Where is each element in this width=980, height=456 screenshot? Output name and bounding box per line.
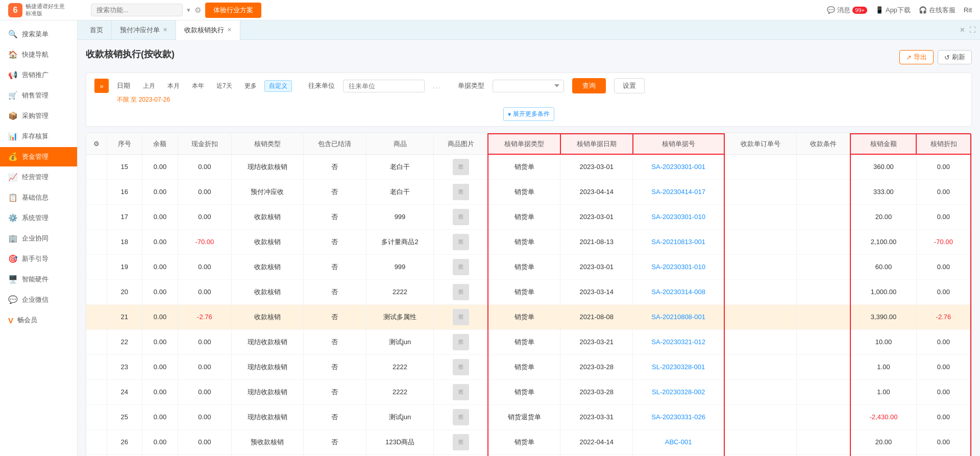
app-download[interactable]: 📱 App下载 xyxy=(875,6,911,15)
expand-more-btn[interactable]: ▾ 展开更多条件 xyxy=(503,107,554,121)
cell-balance: 0.00 xyxy=(142,204,178,229)
cell-bill-no[interactable]: ABC-001 xyxy=(633,429,724,454)
bill-no-link[interactable]: SA-20230321-012 xyxy=(651,338,705,346)
sidebar-item-operation[interactable]: 📈 经营管理 xyxy=(0,167,77,187)
sidebar-item-marketing[interactable]: 📢 营销推广 xyxy=(0,65,77,85)
partner-input[interactable] xyxy=(343,80,425,92)
filter-btn-custom[interactable]: 自定义 xyxy=(264,80,292,92)
sidebar-item-purchase[interactable]: 📦 采购管理 xyxy=(0,106,77,126)
sidebar-item-enterprise[interactable]: 🏢 企业协同 xyxy=(0,229,77,248)
sidebar-item-basic[interactable]: 📋 基础信息 xyxy=(0,188,77,207)
filter-btn-this-year[interactable]: 本年 xyxy=(187,80,209,92)
cell-cancel-amount: 1.00 xyxy=(850,379,916,404)
cell-seq: 17 xyxy=(107,204,142,229)
export-button[interactable]: ↗ 导出 xyxy=(899,50,934,64)
query-button[interactable]: 查询 xyxy=(572,78,606,93)
tab-prepay[interactable]: 预付冲应付单 ✕ xyxy=(112,20,176,40)
cell-goods: 999 xyxy=(366,204,434,229)
refresh-icon: ↺ xyxy=(944,54,950,61)
bill-no-link[interactable]: SA-20230331-026 xyxy=(651,413,705,421)
cell-bill-no[interactable]: SA-20230301-010 xyxy=(633,254,724,279)
bill-no-link[interactable]: SA-20210808-001 xyxy=(651,313,705,321)
cell-bill-no[interactable]: SA-20230314-008 xyxy=(633,279,724,304)
user-label[interactable]: Rit xyxy=(964,6,972,14)
cell-bill-no[interactable]: SA-20230321-012 xyxy=(633,329,724,354)
cell-bill-no[interactable]: SA-20230301-010 xyxy=(633,204,724,229)
cell-include-settled: 否 xyxy=(303,429,366,454)
bill-no-link[interactable]: SA-20230301-001 xyxy=(651,163,705,171)
date-range: 不限 至 2023-07-26 xyxy=(117,95,963,104)
bill-type-select[interactable] xyxy=(493,80,564,92)
chevron-down-icon: ▾ xyxy=(187,6,190,14)
sidebar-item-newbie[interactable]: 🎯 新手引导 xyxy=(0,249,77,269)
cell-bill-no[interactable]: SA-20230414-017 xyxy=(633,179,724,204)
cell-bill-date: 2023-03-28 xyxy=(560,354,633,379)
cell-bill-no[interactable]: SA-20230331-026 xyxy=(633,404,724,429)
col-receipt-condition: 收款条件 xyxy=(796,134,850,154)
cell-balance: 0.00 xyxy=(142,229,178,254)
refresh-button[interactable]: ↺ 刷新 xyxy=(938,50,972,64)
cell-receipt-order xyxy=(724,404,796,429)
chevron-down-icon: ▾ xyxy=(508,111,511,118)
cell-bill-no[interactable]: SL-20230328-001 xyxy=(633,354,724,379)
cell-bill-no[interactable]: SL-20230328-002 xyxy=(633,379,724,404)
filter-btn-more[interactable]: 更多 xyxy=(240,80,261,92)
search-input[interactable] xyxy=(91,4,183,16)
sidebar-item-label: 基础信息 xyxy=(22,193,48,202)
sidebar-item-search[interactable]: 🔍 搜索菜单 xyxy=(0,25,77,44)
bill-no-link[interactable]: SL-20230328-002 xyxy=(652,388,705,396)
cell-bill-no[interactable]: SA-20210813-001 xyxy=(633,229,724,254)
sidebar: 🔍 搜索菜单 🏠 快捷导航 📢 营销推广 🛒 销售管理 📦 采购管理 📊 库存核… xyxy=(0,20,78,456)
sidebar-item-hardware[interactable]: 🖥️ 智能硬件 xyxy=(0,270,77,289)
filter-btn-this-month[interactable]: 本月 xyxy=(163,80,184,92)
cell-cancel-discount: 0.00 xyxy=(916,254,971,279)
bill-no-link[interactable]: ABC-001 xyxy=(665,438,692,446)
settings-button[interactable]: 设置 xyxy=(614,78,645,93)
sidebar-item-wechat[interactable]: 💬 企业微信 xyxy=(0,290,77,309)
gear-icon[interactable]: ⚙ xyxy=(194,6,201,15)
bill-no-link[interactable]: SA-20230414-017 xyxy=(651,188,705,196)
tab-home[interactable]: 首页 xyxy=(82,20,112,40)
cell-bill-no[interactable]: SA-20210808-001 xyxy=(633,304,724,329)
cell-gear xyxy=(86,354,107,379)
cell-bill-no[interactable]: SA-20230301-001 xyxy=(633,154,724,179)
cell-receipt-order xyxy=(724,329,796,354)
table-row: 19 0.00 0.00 收款核销 否 999 图 销货单 2023-03-01… xyxy=(86,254,971,279)
sidebar-item-inventory[interactable]: 📊 库存核算 xyxy=(0,127,77,146)
col-gear[interactable]: ⚙ xyxy=(86,134,107,154)
sidebar-item-sales[interactable]: 🛒 销售管理 xyxy=(0,86,77,105)
cell-cash-discount: 0.00 xyxy=(178,254,231,279)
online-service[interactable]: 🎧 在线客服 xyxy=(919,6,955,15)
col-seq: 序号 xyxy=(107,134,142,154)
bill-no-link[interactable]: SA-20230301-010 xyxy=(651,213,705,221)
cell-include-settled: 否 xyxy=(303,229,366,254)
bill-no-link[interactable]: SA-20230301-010 xyxy=(651,263,705,271)
sidebar-item-member[interactable]: V 畅会员 xyxy=(0,310,77,330)
window-close-icon[interactable]: ✕ xyxy=(960,26,965,34)
tab-bar-right: ✕ ⛶ xyxy=(960,26,976,34)
bill-no-link[interactable]: SA-20210813-001 xyxy=(651,238,705,246)
cell-bill-date: 2021-08-13 xyxy=(560,229,633,254)
trial-btn[interactable]: 体验行业方案 xyxy=(205,3,261,18)
bill-no-link[interactable]: SL-20230328-001 xyxy=(652,363,705,371)
filter-btn-7days[interactable]: 近7天 xyxy=(212,80,237,92)
tab-close-prepay[interactable]: ✕ xyxy=(163,27,167,33)
cell-cancel-discount: 0.00 xyxy=(916,429,971,454)
cell-cancel-discount: 0.00 xyxy=(916,379,971,404)
cell-receipt-condition xyxy=(796,254,850,279)
sidebar-item-nav[interactable]: 🏠 快捷导航 xyxy=(0,45,77,64)
filter-expand-arrow[interactable]: » xyxy=(94,79,109,93)
sidebar-item-finance[interactable]: 💰 资金管理 xyxy=(0,147,77,166)
tab-collection[interactable]: 收款核销执行 ✕ xyxy=(176,20,240,40)
cell-receipt-condition xyxy=(796,204,850,229)
cell-receipt-condition xyxy=(796,329,850,354)
cell-seq: 15 xyxy=(107,154,142,179)
filter-btn-last-month[interactable]: 上月 xyxy=(138,80,160,92)
tab-close-collection[interactable]: ✕ xyxy=(227,27,232,33)
message-icon: 💬 xyxy=(827,6,835,14)
message-area[interactable]: 💬 消息 99+ xyxy=(827,6,867,15)
window-maximize-icon[interactable]: ⛶ xyxy=(969,26,976,34)
sidebar-item-system[interactable]: ⚙️ 系统管理 xyxy=(0,208,77,228)
cell-bill-date: 2023-04-14 xyxy=(560,179,633,204)
bill-no-link[interactable]: SA-20230314-008 xyxy=(651,288,705,296)
